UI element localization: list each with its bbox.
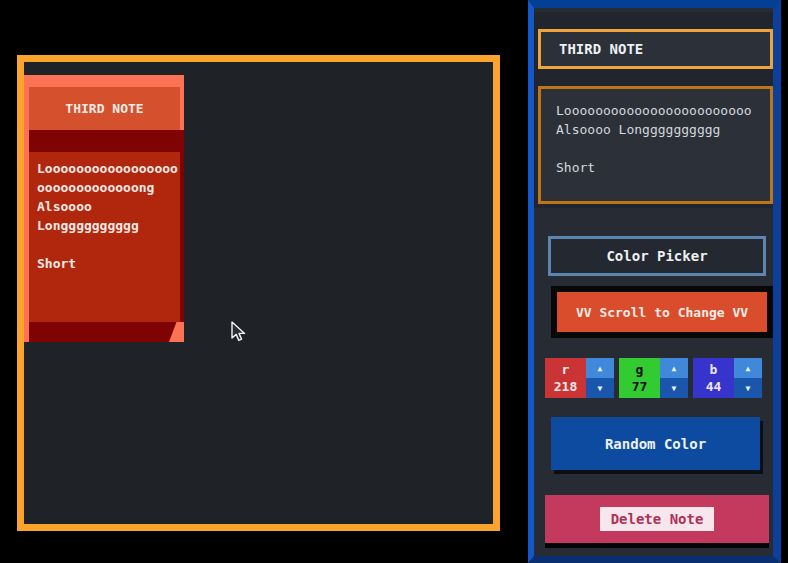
note-body-textarea[interactable]: Loooooooooooooooooooooooo Alsoooo Longgg… (538, 86, 773, 204)
up-arrow-icon: ▲ (598, 364, 603, 373)
app-window: THIRD NOTE Looooooooooooooooo oooooooooo… (0, 0, 788, 563)
green-value-box[interactable]: g 77 (619, 358, 660, 398)
up-arrow-icon: ▲ (746, 364, 751, 373)
note-title-bar[interactable]: THIRD NOTE (29, 87, 180, 130)
blue-channel-label: b (710, 361, 718, 378)
green-spinner: ▲ ▼ (660, 358, 688, 398)
control-panel: THIRD NOTE Loooooooooooooooooooooooo Als… (528, 0, 781, 563)
red-increment-button[interactable]: ▲ (586, 358, 614, 378)
red-decrement-button[interactable]: ▼ (586, 378, 614, 398)
red-value-box[interactable]: r 218 (545, 358, 586, 398)
note-card[interactable]: THIRD NOTE Looooooooooooooooo oooooooooo… (24, 75, 184, 342)
random-color-button[interactable]: Random Color (551, 417, 760, 470)
green-increment-button[interactable]: ▲ (660, 358, 688, 378)
note-bottom-band (29, 322, 184, 342)
delete-note-label: Delete Note (600, 507, 715, 531)
note-edit-group: THIRD NOTE Loooooooooooooooooooooooo Als… (534, 12, 773, 208)
blue-increment-button[interactable]: ▲ (734, 358, 762, 378)
rgb-controls: r 218 ▲ ▼ g 77 ▲ ▼ (534, 358, 773, 398)
red-channel-label: r (562, 361, 570, 378)
green-channel-label: g (636, 361, 644, 378)
delete-note-button[interactable]: Delete Note (545, 495, 769, 543)
note-title-input[interactable]: THIRD NOTE (538, 29, 773, 69)
note-body[interactable]: Looooooooooooooooo ooooooooooooong Alsoo… (29, 152, 184, 322)
green-channel-value: 77 (632, 378, 648, 395)
red-spinner: ▲ ▼ (586, 358, 614, 398)
blue-value-box[interactable]: b 44 (693, 358, 734, 398)
note-title: THIRD NOTE (65, 101, 143, 116)
green-channel-control: g 77 ▲ ▼ (619, 358, 688, 398)
note-resize-handle[interactable] (169, 322, 184, 342)
red-channel-value: 218 (554, 378, 577, 395)
down-arrow-icon: ▼ (672, 384, 677, 393)
green-decrement-button[interactable]: ▼ (660, 378, 688, 398)
red-channel-control: r 218 ▲ ▼ (545, 358, 614, 398)
blue-spinner: ▲ ▼ (734, 358, 762, 398)
scroll-to-change-button[interactable]: VV Scroll to Change VV (557, 292, 767, 332)
up-arrow-icon: ▲ (672, 364, 677, 373)
blue-channel-value: 44 (706, 378, 722, 395)
color-picker-button[interactable]: Color Picker (548, 236, 766, 276)
notes-canvas[interactable]: THIRD NOTE Looooooooooooooooo oooooooooo… (17, 55, 500, 531)
blue-decrement-button[interactable]: ▼ (734, 378, 762, 398)
down-arrow-icon: ▼ (598, 384, 603, 393)
note-top-band (29, 130, 184, 152)
blue-channel-control: b 44 ▲ ▼ (693, 358, 762, 398)
scroll-button-frame: VV Scroll to Change VV (551, 286, 773, 338)
mouse-cursor-icon (230, 321, 246, 343)
down-arrow-icon: ▼ (746, 384, 751, 393)
